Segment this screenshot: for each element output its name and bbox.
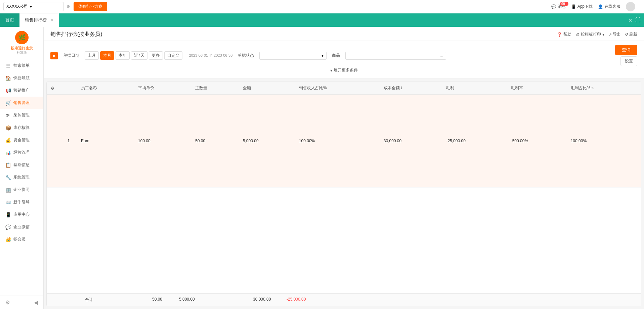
footer-cost: 30,000.00: [249, 297, 283, 303]
footer-spacer-1: [51, 297, 64, 303]
footer-sales-pct: [209, 297, 249, 303]
enterprise-icon: 🏢: [5, 187, 11, 193]
table-row: 1 Eam 100.00 50.00 5,000.00 100.00% 30,0…: [47, 95, 641, 188]
refresh-button[interactable]: ↺ 刷新: [625, 32, 637, 37]
expand-more-button[interactable]: ▾ 展开更多条件: [330, 67, 358, 73]
sidebar-item-search[interactable]: ☰ 搜索菜单: [0, 59, 43, 72]
app-download-button[interactable]: 📱 App下载: [571, 4, 593, 9]
sidebar-item-enterprise[interactable]: 🏢 企业协同: [0, 184, 43, 196]
top-settings-icon[interactable]: ⚙: [67, 4, 70, 9]
goods-select[interactable]: ...: [345, 52, 446, 60]
expand-down-icon: ▾: [330, 68, 332, 73]
export-button[interactable]: ↗ 导出: [608, 32, 621, 37]
sidebar-item-sales[interactable]: 🛒 销售管理: [0, 97, 43, 109]
sidebar-item-guide[interactable]: 📖 新手引导: [0, 196, 43, 208]
date-btn-more[interactable]: 更多: [149, 51, 163, 60]
cost-info-icon[interactable]: ℹ: [401, 86, 402, 90]
date-btn-this-month[interactable]: 本月: [100, 51, 114, 60]
filter-area: ▶ 单据日期 上月 本月 本年 近7天 更多 自定义 2023-06-01 至 …: [44, 41, 644, 79]
row-rank: 1: [60, 95, 77, 188]
sidebar-settings-icon[interactable]: ⚙: [5, 299, 10, 306]
refresh-label: 刷新: [629, 32, 637, 37]
company-name: XXXXX公司: [6, 4, 28, 9]
col-amount: 全额: [239, 82, 295, 95]
gross-pct-sort-icon[interactable]: ⇅: [591, 86, 594, 90]
content-area: 销售排行榜(按业务员) ❓ 帮助 🖨 按模板打印 ▾ ↗ 导出 ↺ 刷新: [44, 27, 644, 309]
user-avatar[interactable]: [626, 2, 635, 11]
sidebar-item-inventory[interactable]: 📦 库存核算: [0, 121, 43, 134]
notification-badge: 99+: [560, 2, 568, 6]
operations-icon: 📊: [5, 150, 11, 155]
footer-cells: 合计 50.00 5,000.00 30,000.00 -25,000.00: [51, 297, 637, 303]
sidebar-item-apps[interactable]: 📱 应用中心: [0, 208, 43, 221]
footer-avg-price: [121, 297, 148, 303]
sidebar-item-purchase[interactable]: 🛍 采购管理: [0, 109, 43, 121]
sidebar-item-label-sales: 销售管理: [13, 100, 30, 106]
tab-controls: ✕ ⛶: [625, 13, 644, 27]
sidebar-item-label-quick-nav: 快捷导航: [13, 75, 30, 81]
col-avg-price: 平均单价: [134, 82, 191, 95]
finance-icon: 💰: [5, 138, 11, 143]
export-label: 导出: [613, 32, 621, 37]
filter-toggle-icon[interactable]: ▶: [50, 52, 58, 59]
filter-settings-button[interactable]: 设置: [620, 56, 637, 66]
sidebar-item-system[interactable]: 🔧 系统管理: [0, 171, 43, 184]
status-chevron-icon: ▾: [321, 53, 324, 58]
sidebar-item-member[interactable]: 👑 畅会员: [0, 233, 43, 246]
trial-button[interactable]: 体验行业方案: [74, 2, 107, 11]
logo-icon: 🌿: [15, 31, 29, 44]
sidebar-item-label-guide: 新手引导: [13, 199, 30, 205]
status-label: 单据状态: [238, 53, 254, 58]
tab-close-icon[interactable]: ✕: [50, 18, 53, 22]
notification-button[interactable]: 💬 消息 99+: [551, 4, 566, 9]
top-right-area: 💬 消息 99+ 📱 App下载 👤 在线客服: [551, 2, 641, 11]
gross-pct-label: 毛利占比%: [571, 85, 591, 91]
sidebar-item-marketing[interactable]: 📢 营销推广: [0, 84, 43, 97]
main-layout: 🌿 畅康通好生意 标准版 ☰ 搜索菜单 🏠 快捷导航 📢 营销推广 🛒 销售管理: [0, 27, 644, 309]
sidebar-item-label-apps: 应用中心: [13, 212, 30, 217]
sidebar-collapse-icon[interactable]: ◀: [34, 299, 38, 306]
marketing-icon: 📢: [5, 88, 11, 93]
sidebar-item-quick-nav[interactable]: 🏠 快捷导航: [0, 72, 43, 84]
help-button[interactable]: ❓ 帮助: [557, 32, 571, 37]
close-tab-btn[interactable]: ✕: [628, 17, 633, 23]
sidebar-item-basic-info[interactable]: 📋 基础信息: [0, 159, 43, 171]
sidebar-logo: 🌿 畅康通好生意 标准版: [0, 27, 43, 58]
sidebar-item-wechat[interactable]: 💬 企业微信: [0, 221, 43, 233]
goods-dots-icon[interactable]: ...: [440, 53, 443, 58]
date-btn-this-year[interactable]: 本年: [116, 51, 130, 60]
sidebar-item-finance[interactable]: 💰 资金管理: [0, 134, 43, 146]
row-avg-price: 100.00: [134, 95, 191, 188]
row-main-qty: 50.00: [191, 95, 239, 188]
tab-sales-ranking[interactable]: 销售排行榜 ✕: [19, 13, 59, 27]
table-footer: 合计 50.00 5,000.00 30,000.00 -25,000.00: [47, 293, 641, 306]
sidebar-item-label-system: 系统管理: [13, 174, 30, 180]
table-container: ⚙ 员工名称 平均单价 主数量 全额 销售收入占比% 成本全额 ℹ: [46, 82, 641, 306]
row-sales-pct: 100.00%: [295, 95, 380, 188]
query-button[interactable]: 查询: [615, 45, 637, 55]
date-btn-custom[interactable]: 自定义: [164, 51, 182, 60]
col-settings[interactable]: ⚙: [47, 82, 60, 95]
sidebar-item-label-basic-info: 基础信息: [13, 162, 30, 168]
online-service-button[interactable]: 👤 在线客服: [598, 4, 620, 9]
logo-text: 畅康通好生意: [11, 46, 33, 50]
tab-home[interactable]: 首页: [0, 13, 19, 27]
company-selector[interactable]: XXXXX公司 ▾: [3, 2, 64, 11]
date-btn-7days[interactable]: 近7天: [131, 51, 147, 60]
row-gross-pct: 100.00%: [567, 95, 641, 188]
row-settings: [47, 95, 60, 188]
sidebar-item-operations[interactable]: 📊 经营管理: [0, 146, 43, 159]
maximize-tab-btn[interactable]: ⛶: [635, 17, 641, 23]
date-btn-last-month[interactable]: 上月: [85, 51, 99, 60]
sidebar-item-label-operations: 经营管理: [13, 150, 30, 155]
status-select[interactable]: ▾: [259, 52, 327, 60]
print-template-button[interactable]: 🖨 按模板打印 ▾: [575, 32, 604, 37]
table-header-row: ⚙ 员工名称 平均单价 主数量 全额 销售收入占比% 成本全额 ℹ: [47, 82, 641, 95]
col-gross-pct: 毛利占比% ⇅: [567, 82, 641, 95]
row-cost: 30,000.00: [380, 95, 442, 188]
table-empty-space: [47, 188, 641, 293]
system-icon: 🔧: [5, 175, 11, 180]
sidebar-item-label-wechat: 企业微信: [13, 224, 30, 230]
date-filter-group: 上月 本月 本年 近7天 更多 自定义: [85, 51, 182, 60]
filter-row: ▶ 单据日期 上月 本月 本年 近7天 更多 自定义 2023-06-01 至 …: [50, 45, 637, 66]
